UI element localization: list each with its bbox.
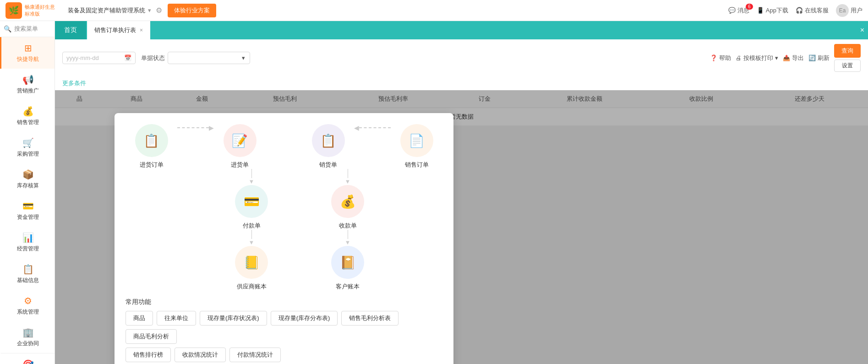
func-btn-goods[interactable]: 商品: [126, 311, 153, 326]
message-badge: 6: [746, 4, 753, 10]
system-dropdown-icon[interactable]: ▾: [148, 7, 151, 14]
func-btn-stock-status[interactable]: 现存量(库存状况表): [200, 311, 267, 326]
finance-icon: 💳: [22, 201, 34, 212]
space-arrow: [185, 169, 222, 185]
home-label: 首页: [64, 26, 77, 34]
experience-button[interactable]: 体验行业方案: [168, 4, 216, 17]
tab-sales-order[interactable]: 销售订单执行表 ×: [87, 21, 150, 39]
sales-bill-circle[interactable]: 📋: [312, 124, 345, 157]
settings-icon[interactable]: ⚙: [156, 6, 162, 15]
sidebar-item-system[interactable]: ⚙ 系统管理: [0, 290, 55, 321]
page-content: 品 商品 金额 预估毛利 预估毛利率 订金 累计收款金额 收款比例 还差多少天: [55, 90, 868, 364]
flow-row-3: 📒 供应商账本 📔 客户账本: [126, 246, 442, 291]
func-btn-stock-dist[interactable]: 现存量(库存分布表): [271, 311, 338, 326]
query-set-group: 查询 设置: [834, 44, 861, 72]
sidebar-nav: ⊞ 快捷导航 📢 营销推广 💰 销售管理 🛒 采购管理 📦 库存核算: [0, 37, 55, 364]
sidebar-item-basic-info[interactable]: 📋 基础信息: [0, 258, 55, 290]
flow-item-sales-order: 📄 销售订单: [391, 124, 442, 169]
logo-text: 畅康通好生意 标准版: [25, 4, 55, 17]
sidebar-item-sales[interactable]: 💰 销售管理: [0, 100, 55, 132]
print-button[interactable]: 🖨 按模板打印 ▾: [736, 54, 778, 62]
sidebar-item-marketing[interactable]: 📢 营销推广: [0, 69, 55, 100]
refresh-button[interactable]: 🔄 刷新: [808, 54, 830, 62]
guide-icon: 🎯: [22, 359, 34, 364]
sales-bill-label: 销货单: [319, 161, 337, 169]
filter-actions: ❓ 帮助 🖨 按模板打印 ▾ 📤 导出 🔄: [710, 44, 861, 72]
space-left: [126, 169, 185, 185]
payment-bill-icon: 💳: [244, 194, 260, 209]
flow-item-payment-bill: 💳 付款单: [222, 185, 281, 230]
sidebar-item-purchase[interactable]: 🛒 采购管理: [0, 132, 55, 163]
logo: 🌿 畅康通好生意 标准版: [5, 2, 60, 19]
supplier-ledger-circle[interactable]: 📒: [235, 246, 268, 279]
help-link[interactable]: ❓ 帮助: [710, 54, 731, 62]
sp2: [185, 230, 222, 246]
arrow-h-1: ▶: [177, 124, 214, 142]
arrow-h-2: ◀: [354, 124, 391, 142]
tab-close-icon[interactable]: ×: [140, 27, 143, 33]
customer-ledger-circle[interactable]: 📔: [331, 246, 364, 279]
arrow-down-receipt: ▼: [318, 230, 377, 246]
tab-bar-close-icon[interactable]: ×: [860, 26, 864, 34]
payment-bill-circle[interactable]: 💳: [235, 185, 268, 218]
top-bar: 🌿 畅康通好生意 标准版 装备及固定资产辅助管理系统 ▾ ⚙ 体验行业方案 💬 …: [0, 0, 868, 21]
help-icon: ❓: [710, 54, 717, 61]
inventory-icon: 📦: [22, 169, 34, 180]
func-buttons-group-2: 销售排行榜 收款情况统计 付款情况统计: [126, 348, 442, 362]
operations-icon: 📊: [22, 232, 34, 243]
receipt-bill-label: 收款单: [339, 222, 357, 230]
purchase-order-label: 进货订单: [140, 161, 164, 169]
download-icon: 📱: [757, 7, 764, 14]
func-btn-receipt-stats[interactable]: 收款情况统计: [175, 348, 226, 362]
tab-home[interactable]: 首页: [55, 21, 86, 39]
common-functions: 常用功能 商品 往来单位 现存量(库存状况表) 现存量(库存分布表) 销售毛利分…: [126, 298, 442, 362]
sidebar-item-guide[interactable]: 🎯 新手引导: [0, 353, 55, 364]
flow-item-receipt-bill: 💰 收款单: [318, 185, 377, 230]
sales-order-circle[interactable]: 📄: [400, 124, 433, 157]
func-btn-sales-ranking[interactable]: 销售排行榜: [126, 348, 171, 362]
tab-bar: 首页 销售订单执行表 × ×: [55, 21, 868, 39]
func-btn-payment-stats[interactable]: 付款情况统计: [229, 348, 281, 362]
basic-info-icon: 📋: [22, 264, 34, 275]
sidebar-item-enterprise[interactable]: 🏢 企业协同: [0, 321, 55, 353]
filter-row: yyyy-mm-dd 📅 单据状态 ▾ ❓: [55, 39, 868, 76]
sidebar-item-inventory[interactable]: 📦 库存核算: [0, 163, 55, 195]
flow-diagram: 📋 进货订单 ▶: [126, 124, 442, 291]
status-select[interactable]: ▾: [168, 52, 250, 64]
common-functions-title: 常用功能: [126, 298, 442, 306]
export-icon: 📤: [783, 54, 790, 61]
message-button[interactable]: 💬 消息 6: [728, 6, 749, 15]
more-conditions-link[interactable]: 更多条件: [55, 76, 868, 90]
sidebar-item-finance[interactable]: 💳 资金管理: [0, 195, 55, 227]
filter-section: yyyy-mm-dd 📅 单据状态 ▾ ❓: [55, 39, 868, 90]
export-button[interactable]: 📤 导出: [783, 54, 804, 62]
sales-order-icon: 📄: [409, 133, 425, 148]
func-btn-sales-gross[interactable]: 销售毛利分析表: [341, 311, 399, 326]
date-from-input[interactable]: yyyy-mm-dd 📅: [62, 52, 136, 64]
purchase-order-circle[interactable]: 📋: [135, 124, 168, 157]
purchase-bill-icon: 📝: [232, 133, 248, 148]
calendar-icon: 📅: [124, 54, 131, 61]
status-label: 单据状态: [141, 54, 165, 62]
func-btn-counterparty[interactable]: 往来单位: [157, 311, 196, 326]
system-name: 装备及固定资产辅助管理系统: [68, 6, 145, 15]
receipt-bill-circle[interactable]: 💰: [331, 185, 364, 218]
logo-icon: 🌿: [5, 2, 22, 19]
search-label: 搜索菜单: [14, 25, 38, 33]
customer-ledger-label: 客户账本: [336, 283, 360, 291]
sidebar-search[interactable]: 🔍 搜索菜单: [0, 21, 55, 37]
purchase-bill-circle[interactable]: 📝: [224, 124, 257, 157]
sp1: [126, 230, 185, 246]
func-buttons-group: 商品 往来单位 现存量(库存状况表) 现存量(库存分布表) 销售毛利分析表 商品…: [126, 311, 442, 344]
app-download-button[interactable]: 📱 App下载: [757, 6, 788, 15]
func-btn-goods-gross[interactable]: 商品毛利分析: [126, 329, 177, 344]
status-filter: 单据状态 ▾: [141, 52, 250, 64]
online-service-button[interactable]: 🎧 在线客服: [796, 6, 829, 15]
flow-item-supplier-ledger: 📒 供应商账本: [222, 246, 281, 291]
sidebar-item-operations[interactable]: 📊 经营管理: [0, 227, 55, 258]
set-button[interactable]: 设置: [834, 60, 861, 72]
query-button[interactable]: 查询: [834, 44, 861, 58]
top-bar-right: 💬 消息 6 📱 App下载 🎧 在线客服 Ea 用户: [728, 4, 863, 17]
user-button[interactable]: Ea 用户: [836, 4, 863, 17]
sidebar-item-quick-nav[interactable]: ⊞ 快捷导航: [0, 37, 55, 69]
